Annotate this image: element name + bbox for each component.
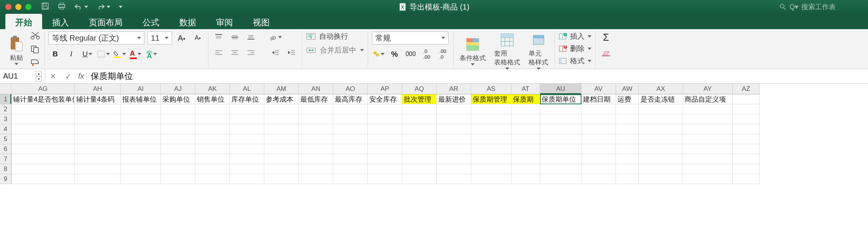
row-header-8[interactable]: 8 [0, 164, 11, 174]
cell-AU3[interactable] [540, 114, 581, 124]
namebox-up[interactable]: ▴ [36, 71, 42, 76]
cell-AK6[interactable] [195, 144, 230, 154]
cell-AY8[interactable] [683, 164, 733, 174]
cell-AY7[interactable] [683, 154, 733, 164]
namebox-down[interactable]: ▾ [36, 76, 42, 82]
row-header-4[interactable]: 4 [0, 124, 11, 134]
cell-AV7[interactable] [581, 154, 616, 164]
cell-AR1[interactable]: 最新进价 [437, 94, 471, 104]
cell-AW6[interactable] [616, 144, 639, 154]
cell-AW3[interactable] [616, 114, 639, 124]
cell-AI9[interactable] [121, 174, 161, 184]
cell-AU9[interactable] [540, 174, 581, 184]
cell-AZ9[interactable] [733, 174, 760, 184]
cell-AQ7[interactable] [402, 154, 437, 164]
cell-AI2[interactable] [121, 104, 161, 114]
cell-AO9[interactable] [333, 174, 368, 184]
cell-AW5[interactable] [616, 134, 639, 144]
cell-AH2[interactable] [75, 104, 121, 114]
cell-AV3[interactable] [581, 114, 616, 124]
col-header-AZ[interactable]: AZ [733, 84, 760, 94]
cell-AI4[interactable] [121, 124, 161, 134]
tab-insert[interactable]: 插入 [42, 14, 79, 29]
number-format-select[interactable]: 常规 [372, 31, 449, 44]
cell-AS9[interactable] [471, 174, 511, 184]
cell-AV5[interactable] [581, 134, 616, 144]
cell-AZ7[interactable] [733, 154, 760, 164]
undo-icon[interactable] [74, 3, 88, 10]
cell-AR3[interactable] [437, 114, 471, 124]
cell-AO3[interactable] [333, 114, 368, 124]
col-header-AY[interactable]: AY [683, 84, 733, 94]
tab-home[interactable]: 开始 [5, 14, 42, 29]
cell-AL5[interactable] [230, 134, 264, 144]
wrap-text-button[interactable]: 自动换行 [306, 31, 348, 41]
col-header-AV[interactable]: AV [581, 84, 616, 94]
cell-AO7[interactable] [333, 154, 368, 164]
cell-AR6[interactable] [437, 144, 471, 154]
cell-AI7[interactable] [121, 154, 161, 164]
cell-AM8[interactable] [264, 164, 299, 174]
cell-AY1[interactable]: 商品自定义项 [683, 94, 733, 104]
cell-AL9[interactable] [230, 174, 264, 184]
select-all-corner[interactable] [0, 84, 11, 94]
col-header-AM[interactable]: AM [264, 84, 299, 94]
autosum-icon[interactable]: Σ [599, 31, 613, 43]
cell-AO6[interactable] [333, 144, 368, 154]
cell-AH7[interactable] [75, 154, 121, 164]
cell-AK2[interactable] [195, 104, 230, 114]
cell-AQ9[interactable] [402, 174, 437, 184]
cell-AM6[interactable] [264, 144, 299, 154]
cell-AR9[interactable] [437, 174, 471, 184]
minimize-window[interactable] [15, 4, 21, 10]
cell-AO8[interactable] [333, 164, 368, 174]
cell-AK7[interactable] [195, 154, 230, 164]
cell-AO5[interactable] [333, 134, 368, 144]
cell-AH6[interactable] [75, 144, 121, 154]
font-size-select[interactable]: 11 [147, 31, 172, 44]
cell-AN7[interactable] [299, 154, 333, 164]
col-header-AO[interactable]: AO [333, 84, 368, 94]
cell-AX3[interactable] [639, 114, 683, 124]
cell-AH3[interactable] [75, 114, 121, 124]
grow-font-icon[interactable]: A▴ [175, 32, 188, 44]
cell-AJ3[interactable] [161, 114, 195, 124]
cell-AG3[interactable] [11, 114, 75, 124]
comma-format-icon[interactable]: 000 [404, 48, 417, 60]
fill-color-icon[interactable] [113, 48, 126, 60]
cell-AG1[interactable]: 辅计量4是否包装单位 [11, 94, 75, 104]
format-painter-icon[interactable] [30, 58, 41, 69]
cell-AJ8[interactable] [161, 164, 195, 174]
phonetic-icon[interactable]: abcA [145, 48, 158, 60]
cell-AZ8[interactable] [733, 164, 760, 174]
row-header-7[interactable]: 7 [0, 154, 11, 164]
cell-AN2[interactable] [299, 104, 333, 114]
underline-icon[interactable]: U [81, 48, 94, 60]
cell-AI1[interactable]: 报表辅单位 [121, 94, 161, 104]
cell-AQ5[interactable] [402, 134, 437, 144]
cell-AX2[interactable] [639, 104, 683, 114]
cell-AV6[interactable] [581, 144, 616, 154]
cell-AM7[interactable] [264, 154, 299, 164]
cell-AQ8[interactable] [402, 164, 437, 174]
insert-cells-button[interactable]: + 插入 [558, 31, 591, 41]
col-header-AS[interactable]: AS [471, 84, 511, 94]
cell-AT4[interactable] [511, 124, 540, 134]
cell-AP5[interactable] [368, 134, 402, 144]
redo-icon[interactable] [97, 3, 110, 10]
conditional-format-button[interactable]: 条件格式 [457, 36, 488, 66]
cell-AO2[interactable] [333, 104, 368, 114]
cell-AP7[interactable] [368, 154, 402, 164]
cell-AT3[interactable] [511, 114, 540, 124]
customize-qat-icon[interactable] [119, 6, 123, 8]
cell-AQ2[interactable] [402, 104, 437, 114]
cell-AQ4[interactable] [402, 124, 437, 134]
cell-AG9[interactable] [11, 174, 75, 184]
cell-AY3[interactable] [683, 114, 733, 124]
merge-center-button[interactable]: 合并后居中 [306, 45, 364, 55]
tab-review[interactable]: 审阅 [206, 14, 243, 29]
cell-AX5[interactable] [639, 134, 683, 144]
cell-AY9[interactable] [683, 174, 733, 184]
delete-cells-button[interactable]: × 删除 [558, 44, 591, 54]
col-header-AI[interactable]: AI [121, 84, 161, 94]
